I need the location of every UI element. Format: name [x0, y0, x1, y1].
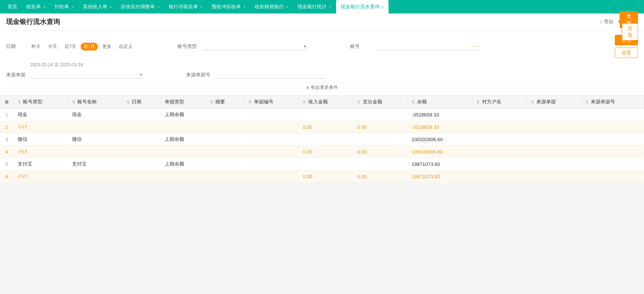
column-date: ⇅ 日期: [122, 96, 161, 109]
row-number: 1: [0, 109, 14, 121]
chevron-down-icon[interactable]: ▾: [302, 43, 308, 49]
nav-label: 现金银行流水查询: [341, 3, 380, 10]
nav-payment[interactable]: 付款单 ×: [50, 0, 78, 13]
cell-source-doc-no: [581, 146, 644, 158]
sort-icon[interactable]: ⇅: [248, 100, 252, 104]
cell-balance: 100102606.60: [408, 146, 473, 158]
column-gear[interactable]: ⚙: [0, 96, 14, 109]
close-icon[interactable]: ×: [200, 4, 203, 9]
cell-date: [122, 158, 161, 170]
nav-cashflow[interactable]: 现金银行流水查询 ×: [336, 0, 389, 13]
sort-icon[interactable]: ⇅: [303, 100, 306, 104]
settings-button-main[interactable]: 设置: [615, 48, 638, 58]
account-section: 账号 ···: [350, 43, 480, 50]
close-icon[interactable]: ×: [329, 4, 331, 9]
close-icon[interactable]: ×: [71, 4, 74, 9]
table-row: 5 支付宝 支付宝 上期余额 19871073.60: [0, 158, 644, 170]
source-doc-label: 来源单据: [6, 72, 29, 78]
cell-counterparty: [472, 109, 527, 121]
cell-account-name: [68, 121, 122, 133]
nav-receipt[interactable]: 收款单 ×: [22, 0, 50, 13]
close-icon[interactable]: ×: [243, 4, 245, 9]
row-number: 3: [0, 133, 14, 146]
date-more[interactable]: 更多: [99, 43, 114, 51]
cell-summary: [206, 158, 244, 170]
cell-date: [122, 109, 161, 121]
cell-doc-type: [161, 170, 206, 183]
collapse-bar[interactable]: ∧ 收起更多条件: [6, 82, 638, 92]
nav-adjustment[interactable]: 应收应付调整单 ×: [116, 0, 164, 13]
cell-counterparty: [472, 146, 527, 158]
nav-label: 银行存取款单: [169, 3, 198, 10]
nav-label: 应收应付调整单: [121, 3, 155, 10]
sort-icon[interactable]: ⇅: [357, 100, 360, 104]
nav-label: 其他收入单: [83, 3, 107, 10]
cell-counterparty: [472, 133, 527, 146]
date-1month[interactable]: 近1月: [81, 43, 98, 51]
nav-home-label: 首页: [8, 3, 17, 10]
close-icon[interactable]: ×: [382, 4, 384, 9]
cell-income: 0.00: [299, 121, 353, 133]
source-doc-no-input-wrap: [213, 71, 326, 79]
cell-balance: 19871073.60: [408, 158, 473, 170]
account-label: 账号: [350, 43, 372, 50]
close-icon[interactable]: ×: [43, 4, 45, 9]
sort-icon[interactable]: ⇅: [210, 100, 213, 104]
sort-icon[interactable]: ⇅: [531, 100, 534, 104]
cell-income: 0.00: [299, 146, 353, 158]
cell-expense: [353, 133, 408, 146]
cell-source-doc-no: [581, 170, 644, 183]
close-icon[interactable]: ×: [110, 4, 112, 9]
date-yesterday[interactable]: 昨天: [29, 43, 44, 51]
nav-bank-deposit[interactable]: 银行存取款单 ×: [164, 0, 207, 13]
close-icon[interactable]: ×: [286, 4, 288, 9]
date-7days[interactable]: 近7天: [62, 43, 79, 51]
cell-account-type: 小计: [14, 121, 68, 133]
cell-doc-no: [244, 109, 299, 121]
cell-source-doc-no: [581, 109, 644, 121]
sort-icon[interactable]: ⇅: [18, 100, 21, 104]
source-doc-no-input[interactable]: [213, 71, 326, 78]
cell-summary: [206, 109, 244, 121]
cell-account-type: 支付宝: [14, 158, 68, 170]
column-account-name: ⇅ 账号名称: [68, 96, 122, 109]
column-account-type: ⇅ 账号类型: [14, 96, 68, 109]
date-today[interactable]: 今天: [45, 43, 60, 51]
settings-button[interactable]: 设置: [622, 23, 638, 40]
source-doc-input[interactable]: [32, 71, 138, 78]
account-input-wrap: ···: [375, 43, 480, 50]
cell-date: [122, 170, 161, 183]
nav-home[interactable]: 首页: [3, 0, 22, 13]
nav-other-income[interactable]: 其他收入单 ×: [78, 0, 116, 13]
account-type-input[interactable]: [203, 43, 302, 50]
cell-expense: [353, 109, 408, 121]
account-input[interactable]: [375, 43, 470, 50]
nav-statistics[interactable]: 现金银行统计 ×: [293, 0, 336, 13]
sort-icon[interactable]: ⇅: [126, 100, 130, 104]
more-options-icon[interactable]: ···: [473, 43, 480, 50]
sort-icon[interactable]: ⇅: [585, 100, 588, 104]
chevron-down-icon[interactable]: ▾: [138, 72, 144, 78]
close-icon[interactable]: ×: [157, 4, 159, 9]
cell-account-name: [68, 170, 122, 183]
table-header: ⚙ ⇅ 账号类型 ⇅ 账号名称 ⇅ 日期 单据类型 ⇅ 摘: [0, 96, 644, 109]
nav-advance[interactable]: 预收冲应收单 ×: [207, 0, 250, 13]
export-button[interactable]: ↑ 导出: [600, 18, 614, 25]
cell-account-name: [68, 146, 122, 158]
sort-icon[interactable]: ⇅: [476, 100, 480, 104]
nav-label: 现金银行统计: [297, 3, 327, 10]
sort-icon[interactable]: ⇅: [411, 100, 415, 104]
cell-source-doc: [527, 158, 581, 170]
cell-counterparty: [472, 158, 527, 170]
cell-account-type: 小计: [14, 170, 68, 183]
export-label: 导出: [604, 18, 614, 25]
table-row: 6 小计 0.00 0.00 19871073.60: [0, 170, 644, 183]
table-row: 3 微信 微信 上期余额 100102606.60: [0, 133, 644, 146]
cell-doc-type: 上期余额: [161, 133, 206, 146]
date-custom[interactable]: 自定义: [116, 43, 135, 51]
row-number: 5: [0, 158, 14, 170]
cell-doc-no: [244, 158, 299, 170]
cell-account-type: 小计: [14, 146, 68, 158]
sort-icon[interactable]: ⇅: [72, 100, 75, 104]
nav-verify[interactable]: 收款核销执行 ×: [250, 0, 293, 13]
